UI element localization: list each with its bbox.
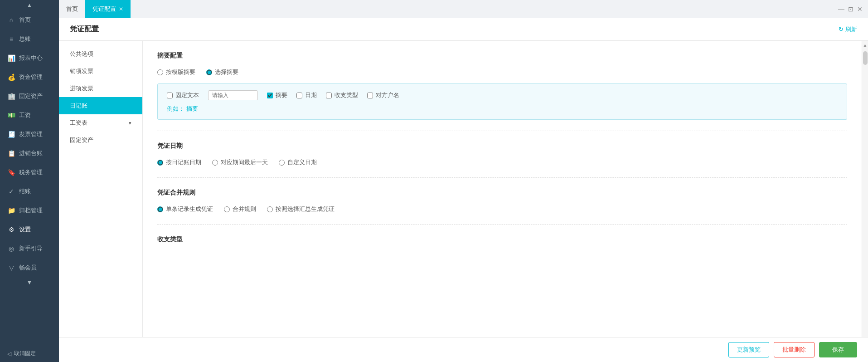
section-divider-1 xyxy=(157,131,847,131)
fixed-text-checkbox[interactable] xyxy=(167,93,173,98)
date-option[interactable]: 日期 xyxy=(296,91,317,99)
left-nav-sales-invoice[interactable]: 销项发票 xyxy=(59,63,142,80)
sidebar-item-settle[interactable]: ✓ 结账 xyxy=(0,182,59,201)
sidebar-bottom-label: 取消固定 xyxy=(14,350,36,357)
sidebar-item-invoice[interactable]: 🧾 发票管理 xyxy=(0,125,59,144)
left-nav-purchase-invoice-label: 进项发票 xyxy=(70,84,93,93)
pin-icon: ◁ xyxy=(7,351,11,357)
assets-icon: 🏢 xyxy=(7,93,15,100)
sidebar-item-label: 税务管理 xyxy=(19,168,43,176)
custom-date-label: 自定义日期 xyxy=(287,158,317,166)
merge-rules-section: 凭证合并规则 单条记录生成凭证 合并规则 按照选择汇总生成凭证 xyxy=(157,189,847,213)
abstract-template-radio[interactable] xyxy=(157,69,163,75)
batch-delete-button[interactable]: 批量删除 xyxy=(774,342,815,357)
content-layout: 公共选项 销项发票 进项发票 日记账 工资表 ▾ 固定资产 摘要配置 xyxy=(59,41,868,337)
refresh-label: 刷新 xyxy=(845,25,857,34)
tab-bar: 首页 凭证配置 ✕ — ⊡ ✕ xyxy=(59,0,868,18)
sidebar-scroll-down[interactable]: ▼ xyxy=(0,277,59,288)
left-nav-purchase-invoice[interactable]: 进项发票 xyxy=(59,80,142,97)
tax-icon: 🔖 xyxy=(7,169,15,176)
sidebar-item-sales[interactable]: 📋 进销台账 xyxy=(0,144,59,163)
abstract-select-radio[interactable] xyxy=(206,69,212,75)
scroll-up-arrow[interactable]: ▲ xyxy=(863,41,868,49)
minimize-button[interactable]: — xyxy=(838,5,844,13)
update-preview-button[interactable]: 更新预览 xyxy=(728,342,769,357)
guide-icon: ◎ xyxy=(7,245,15,252)
sidebar-item-label: 报表中心 xyxy=(19,54,43,62)
income-type-option[interactable]: 收支类型 xyxy=(326,91,358,99)
by-journal-date-radio[interactable] xyxy=(157,160,163,166)
counterparty-checkbox[interactable] xyxy=(367,93,373,98)
tab-home[interactable]: 首页 xyxy=(59,0,85,18)
sidebar-item-label: 畅会员 xyxy=(19,264,37,272)
left-nav-fixed-assets[interactable]: 固定资产 xyxy=(59,132,142,149)
sidebar-item-assets[interactable]: 🏢 固定资产 xyxy=(0,87,59,106)
single-record-radio[interactable] xyxy=(157,206,163,212)
sidebar-item-home[interactable]: ⌂ 首页 xyxy=(0,10,59,29)
left-nav-fixed-assets-label: 固定资产 xyxy=(70,136,93,144)
select-summary-label: 按照选择汇总生成凭证 xyxy=(276,205,335,213)
sidebar-unpin[interactable]: ◁ 取消固定 xyxy=(0,345,59,362)
last-day-radio[interactable] xyxy=(212,160,218,166)
income-type-checkbox[interactable] xyxy=(326,93,332,98)
sidebar-item-label: 固定资产 xyxy=(19,92,43,100)
counterparty-option[interactable]: 对方户名 xyxy=(367,91,399,99)
date-label: 日期 xyxy=(305,91,317,99)
sidebar-item-label: 设置 xyxy=(19,225,31,234)
by-journal-date-option[interactable]: 按日记账日期 xyxy=(157,158,201,166)
abstract-options-box: 固定文本 摘要 日期 收支类型 xyxy=(157,83,847,120)
sidebar-item-guide[interactable]: ◎ 新手引导 xyxy=(0,239,59,258)
single-record-option[interactable]: 单条记录生成凭证 xyxy=(157,205,213,213)
merge-rules-label: 合并规则 xyxy=(233,205,256,213)
income-type-section-title: 收支类型 xyxy=(157,235,847,244)
sidebar-item-funds[interactable]: 💰 资金管理 xyxy=(0,68,59,87)
window-controls: — ⊡ ✕ xyxy=(838,5,868,13)
left-nav-journal[interactable]: 日记账 xyxy=(59,97,142,114)
sidebar-item-label: 新手引导 xyxy=(19,245,43,253)
custom-date-radio[interactable] xyxy=(279,160,285,166)
sidebar-item-label: 归档管理 xyxy=(19,206,43,215)
invoice-icon: 🧾 xyxy=(7,131,15,138)
sidebar-item-settings[interactable]: ⚙ 设置 xyxy=(0,220,59,239)
left-nav-public[interactable]: 公共选项 xyxy=(59,45,142,63)
sidebar-scroll-up[interactable]: ▲ xyxy=(0,0,59,10)
left-nav-payroll-table[interactable]: 工资表 ▾ xyxy=(59,114,142,132)
merge-rules-radio[interactable] xyxy=(224,206,230,212)
fixed-text-input[interactable] xyxy=(208,90,258,100)
scroll-thumb[interactable] xyxy=(863,51,868,65)
sidebar-item-member[interactable]: ▽ 畅会员 xyxy=(0,258,59,277)
fixed-text-option[interactable]: 固定文本 xyxy=(167,91,199,99)
refresh-button[interactable]: ↻ 刷新 xyxy=(839,25,857,34)
section-divider-2 xyxy=(157,177,847,178)
sidebar-item-archive[interactable]: 📁 归档管理 xyxy=(0,201,59,220)
maximize-button[interactable]: ⊡ xyxy=(848,5,853,13)
date-checkbox[interactable] xyxy=(296,93,302,98)
tab-close-icon[interactable]: ✕ xyxy=(119,6,123,12)
scroll-track: ▲ xyxy=(862,41,868,337)
tab-voucher-config-label: 凭证配置 xyxy=(92,5,116,13)
last-day-option[interactable]: 对应期间最后一天 xyxy=(212,158,268,166)
abstract-option[interactable]: 摘要 xyxy=(267,91,287,99)
abstract-select-label: 选择摘要 xyxy=(215,68,238,76)
fixed-text-label: 固定文本 xyxy=(175,91,199,99)
sales-icon: 📋 xyxy=(7,150,15,157)
close-button[interactable]: ✕ xyxy=(857,5,863,13)
member-icon: ▽ xyxy=(7,264,15,271)
sidebar-item-payroll[interactable]: 💵 工资 xyxy=(0,106,59,125)
abstract-section-title: 摘要配置 xyxy=(157,52,847,60)
select-summary-option[interactable]: 按照选择汇总生成凭证 xyxy=(267,205,335,213)
save-button[interactable]: 保存 xyxy=(819,342,857,357)
custom-date-option[interactable]: 自定义日期 xyxy=(279,158,317,166)
merge-rules-option[interactable]: 合并规则 xyxy=(224,205,256,213)
sidebar: ▲ ⌂ 首页 ≡ 总账 📊 报表中心 💰 资金管理 🏢 固定资产 💵 工资 🧾 … xyxy=(0,0,59,362)
left-nav: 公共选项 销项发票 进项发票 日记账 工资表 ▾ 固定资产 xyxy=(59,41,143,337)
abstract-checkbox[interactable] xyxy=(267,93,273,98)
tab-voucher-config[interactable]: 凭证配置 ✕ xyxy=(85,0,131,18)
sidebar-item-reports[interactable]: 📊 报表中心 xyxy=(0,49,59,68)
sidebar-item-ledger[interactable]: ≡ 总账 xyxy=(0,29,59,49)
abstract-radio-select[interactable]: 选择摘要 xyxy=(206,68,238,76)
sidebar-item-tax[interactable]: 🔖 税务管理 xyxy=(0,163,59,182)
abstract-radio-template[interactable]: 按模版摘要 xyxy=(157,68,195,76)
select-summary-radio[interactable] xyxy=(267,206,273,212)
archive-icon: 📁 xyxy=(7,207,15,214)
